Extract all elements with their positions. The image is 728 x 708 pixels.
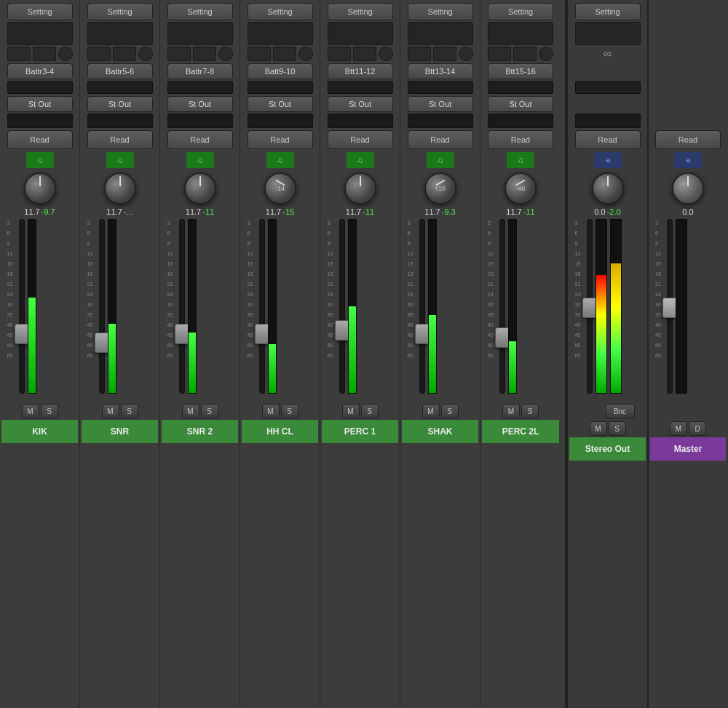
d-button-master[interactable]: D [689,421,706,436]
fader-track-master[interactable] [667,219,673,394]
bottom-controls-perc2l: MS [488,404,553,418]
read-button-shak[interactable]: Read [408,130,473,149]
knob-snr[interactable] [104,172,136,204]
s-button-snr2[interactable]: S [201,404,218,418]
knob-shak[interactable]: +16 [424,172,456,204]
m-button-hhcl[interactable]: M [262,404,280,418]
m-button-kik[interactable]: M [22,404,39,418]
music-icon-snr2: ♫ [186,152,214,168]
fader-track-stereo[interactable] [587,219,593,394]
setting-button-hhcl[interactable]: Setting [248,3,313,20]
channel-name-perc2l[interactable]: Btt15-16 [488,63,553,79]
output-label-kik[interactable]: St Out [7,96,73,112]
knob-hhcl[interactable]: -14 [264,172,296,204]
knob-kik[interactable] [24,172,56,204]
wave-icon-master: ≋ [674,152,702,168]
fader-track-shak[interactable] [419,219,425,394]
setting-button-kik[interactable]: Setting [7,3,73,20]
knob-snr2[interactable] [184,172,216,204]
level-white-stereo: 0.0 [594,207,605,216]
bnc-button[interactable]: Bnc [606,404,635,418]
knob-stereo[interactable] [592,172,624,204]
m-button-snr2[interactable]: M [182,404,199,418]
bottom-controls-shak: MS [408,404,473,418]
fader-track-hhcl[interactable] [259,219,265,394]
read-button-master[interactable]: Read [655,130,721,149]
fader-track-snr[interactable] [99,219,105,394]
small-controls-snr [87,47,153,61]
knob-value-perc2l: -46 [515,185,525,192]
bottom-controls-kik: MS [7,404,73,418]
m-button-master[interactable]: M [670,421,687,436]
channel-name-snr2[interactable]: Battr7-8 [167,63,233,79]
read-button-kik[interactable]: Read [7,130,73,149]
s-button-stereo[interactable]: S [609,421,626,436]
output-label-hhcl[interactable]: St Out [248,96,313,112]
setting-button-perc2l[interactable]: Setting [488,3,553,20]
setting-button-snr2[interactable]: Setting [167,3,233,20]
setting-button-shak[interactable]: Setting [408,3,473,20]
small-box-0-perc1 [328,47,351,61]
right-strip-master: Read≋0.03691215182124303540455060MDMaste… [649,0,727,708]
level-white-snr2: 11.7 [186,207,201,216]
bottom-label-stereo: Stereo Out [569,437,646,461]
read-button-perc1[interactable]: Read [328,130,393,149]
bottom-label-snr: SNR [82,420,158,443]
level-display-master: 0.0 [655,207,721,216]
s-button-perc1[interactable]: S [361,404,379,418]
fader-area-perc2l: 3691215182124303540455060 [488,219,553,401]
fader-track-kik[interactable] [19,219,25,394]
level-display-perc1: 11.7-11 [328,207,393,216]
setting-button-snr[interactable]: Setting [87,3,153,20]
level-white-snr: 11.7 [106,207,122,216]
knob-perc1[interactable] [344,172,376,204]
channel-name-hhcl[interactable]: Batt9-10 [248,63,313,79]
m-button-perc1[interactable]: M [342,404,360,418]
m-button-shak[interactable]: M [422,404,440,418]
bnc-spacer-master [655,404,721,420]
stereo-meter-fill-0 [596,275,606,393]
small-box-0-snr [87,47,111,61]
knob-perc2l[interactable]: -46 [505,172,537,204]
read-button-perc2l[interactable]: Read [488,130,553,149]
right-panel: Setting∞Read≋0.0-2.036912151821243035404… [568,0,728,708]
knob-value-hhcl: -14 [275,185,285,192]
small-circle-shak [459,47,473,61]
mixer-container: SettingBattr3-4St OutRead♫11.7-9.7369121… [0,0,728,708]
setting-button-perc1[interactable]: Setting [328,3,393,20]
s-button-shak[interactable]: S [441,404,459,418]
top-box-right [575,22,641,45]
s-button-perc2l[interactable]: S [521,404,539,418]
output-label-snr[interactable]: St Out [87,96,153,112]
fader-track-perc1[interactable] [339,219,345,394]
level-white-hhcl: 11.7 [266,207,281,216]
channel-name-snr[interactable]: Battr5-6 [87,63,153,79]
read-button-hhcl[interactable]: Read [248,130,313,149]
bottom-label-kik: KIK [1,420,78,443]
level-meter-hhcl [268,219,277,394]
level-meter-snr [108,219,116,394]
read-button-stereo[interactable]: Read [575,130,641,149]
output-label-snr2[interactable]: St Out [167,96,233,112]
fader-track-perc2l[interactable] [499,219,505,394]
read-button-snr2[interactable]: Read [167,130,233,149]
s-button-snr[interactable]: S [121,404,138,418]
s-button-hhcl[interactable]: S [281,404,298,418]
fader-track-snr2[interactable] [179,219,185,394]
m-button-stereo[interactable]: M [590,421,607,436]
read-button-snr[interactable]: Read [87,130,153,149]
s-button-kik[interactable]: S [41,404,58,418]
m-button-perc2l[interactable]: M [502,404,520,418]
channel-name-kik[interactable]: Battr3-4 [7,63,73,79]
dark-bar-kik [7,114,73,128]
setting-button-right[interactable]: Setting [575,3,641,20]
m-button-snr[interactable]: M [102,404,119,418]
channel-name-shak[interactable]: Btt13-14 [408,63,473,79]
output-label-perc1[interactable]: St Out [328,96,393,112]
output-label-shak[interactable]: St Out [408,96,473,112]
channel-name-perc1[interactable]: Btt11-12 [328,63,393,79]
small-box-0-snr2 [167,47,191,61]
knob-master[interactable] [672,172,704,204]
output-label-perc2l[interactable]: St Out [488,96,553,112]
small-controls-perc1 [328,47,393,61]
